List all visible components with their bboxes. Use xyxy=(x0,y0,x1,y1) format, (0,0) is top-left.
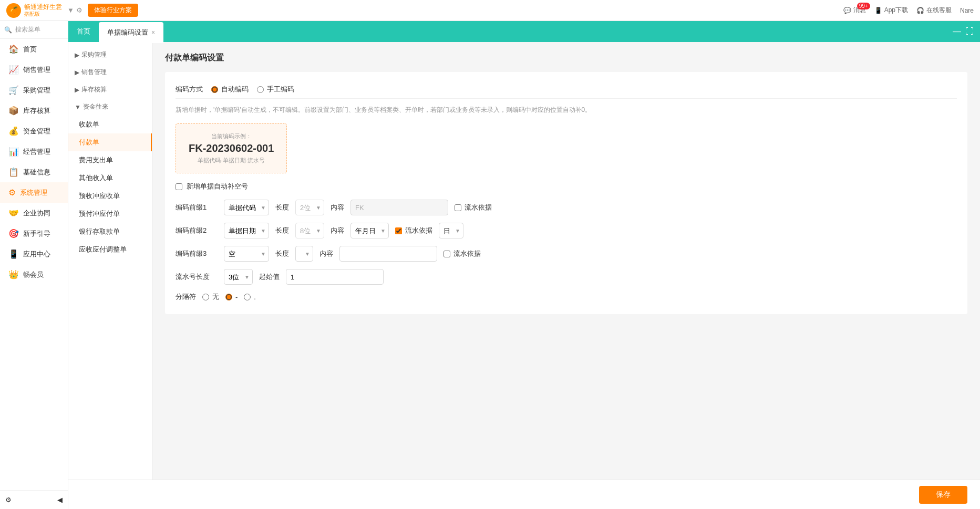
content-2-select-wrapper: 年月日 年月 年 ▼ xyxy=(350,223,389,238)
sidebar-item-app-center[interactable]: 📱 应用中心 xyxy=(0,244,68,264)
prefix-3-select-wrapper: 单据代码 单据日期 空 ▼ xyxy=(224,246,269,262)
sub-nav-header-inventory[interactable]: ▶ 库存核算 xyxy=(68,81,152,98)
settings-icon[interactable]: ⚙ xyxy=(76,6,82,14)
sidebar-item-finance[interactable]: 💰 资金管理 xyxy=(0,121,68,141)
sub-nav-item-payment[interactable]: 付款单 xyxy=(68,133,152,151)
tab-encoding-settings[interactable]: 单据编码设置 × xyxy=(99,22,163,43)
window-expand-icon[interactable]: ⛶ xyxy=(965,27,974,36)
serial-2-checkbox-label[interactable]: 流水依据 xyxy=(395,226,432,235)
info-text: 新增单据时，'单据编码'自动生成，不可编辑。前缀设置为部门、业务员等档案类、开单… xyxy=(176,105,957,115)
sub-nav-header-purchase[interactable]: ▶ 采购管理 xyxy=(68,46,152,64)
length-1-select[interactable]: 2位 xyxy=(295,200,324,215)
sep-dot-radio[interactable] xyxy=(244,294,251,300)
manual-encode-option[interactable]: 手工编码 xyxy=(257,85,294,94)
sidebar-item-newbie[interactable]: 🎯 新手引导 xyxy=(0,223,68,244)
length-2-select-wrapper: 8位 ▼ xyxy=(295,223,324,238)
collab-icon: 🤝 xyxy=(8,208,19,218)
sep-none-radio[interactable] xyxy=(202,294,209,300)
nav-dropdown-icon[interactable]: ▼ xyxy=(67,6,74,14)
prefix-row-1: 编码前缀1 单据代码 单据日期 空 ▼ 长度 2位 xyxy=(176,200,957,215)
separator-row: 分隔符 无 - . xyxy=(176,292,957,302)
sep-dot-option[interactable]: . xyxy=(244,293,256,301)
encoding-type-row: 编码方式 自动编码 手工编码 xyxy=(176,80,957,99)
serial-length-select-wrapper: 3位 4位 5位 ▼ xyxy=(224,269,253,285)
prefix-1-select-wrapper: 单据代码 单据日期 空 ▼ xyxy=(224,200,269,215)
content-2-select[interactable]: 年月日 年月 年 xyxy=(350,223,389,238)
separator-label: 分隔符 xyxy=(176,292,196,302)
newbie-icon: 🎯 xyxy=(8,228,19,238)
sidebar: 🔍 搜索菜单 🏠 首页 📈 销售管理 🛒 采购管理 📦 库存核算 💰 资金管理 … xyxy=(0,21,68,509)
window-minimize-icon[interactable]: — xyxy=(953,27,961,36)
footer-settings-icon[interactable]: ⚙ xyxy=(5,496,12,504)
online-service-button[interactable]: 🎧 在线客服 xyxy=(916,6,952,15)
serial-length-select[interactable]: 3位 4位 5位 xyxy=(224,269,253,285)
system-icon: ⚙ xyxy=(8,188,16,198)
length-3-select[interactable] xyxy=(295,246,313,262)
user-name[interactable]: Nare xyxy=(960,7,974,14)
auto-fill-row: 新增单据自动补空号 xyxy=(176,182,957,191)
prefix-1-select[interactable]: 单据代码 单据日期 空 xyxy=(224,200,269,215)
serial-period-select-wrapper: 日 月 年 ▼ xyxy=(439,223,463,238)
serial-2-checkbox[interactable] xyxy=(395,227,402,234)
start-value-input[interactable] xyxy=(286,269,384,285)
encoding-card: 编码方式 自动编码 手工编码 xyxy=(165,72,967,314)
sep-none-option[interactable]: 无 xyxy=(202,292,219,302)
sidebar-item-system[interactable]: ⚙ 系统管理 xyxy=(0,182,68,203)
sidebar-footer: ⚙ ◀ xyxy=(0,490,68,509)
app-download-button[interactable]: 📱 App下载 xyxy=(874,6,908,15)
tab-bar-right: — ⛶ xyxy=(953,27,980,36)
nav-arrows[interactable]: ▼ ⚙ xyxy=(67,6,82,14)
save-button[interactable]: 保存 xyxy=(919,486,967,504)
length-1-select-wrapper: 2位 ▼ xyxy=(295,200,324,215)
sales-group-arrow: ▶ xyxy=(75,69,79,76)
experience-button[interactable]: 体验行业方案 xyxy=(88,4,138,17)
top-bar-left: 🍊 畅通通好生意 搭配版 ▼ ⚙ 体验行业方案 xyxy=(6,3,138,18)
sub-nav-item-expense[interactable]: 费用支出单 xyxy=(68,151,152,169)
serial-1-checkbox[interactable] xyxy=(455,204,461,211)
sidebar-item-purchase[interactable]: 🛒 采购管理 xyxy=(0,80,68,100)
messages-button[interactable]: 💬 消息 99+ xyxy=(843,6,866,15)
sub-nav-header-finance[interactable]: ▼ 资金往来 xyxy=(68,98,152,116)
top-bar-right: 💬 消息 99+ 📱 App下载 🎧 在线客服 Nare xyxy=(843,6,974,15)
preview-label: 当前编码示例： xyxy=(189,132,274,140)
sep-dash-option[interactable]: - xyxy=(225,293,238,301)
manual-encode-radio[interactable] xyxy=(257,86,264,93)
prefix-3-select[interactable]: 单据代码 单据日期 空 xyxy=(224,246,269,262)
sidebar-item-collab[interactable]: 🤝 企业协同 xyxy=(0,203,68,223)
sub-nav: ▶ 采购管理 ▶ 销售管理 ▶ 库存核算 xyxy=(68,42,980,480)
sidebar-item-inventory[interactable]: 📦 库存核算 xyxy=(0,100,68,121)
content-1-input[interactable] xyxy=(350,200,448,215)
finance-icon: 💰 xyxy=(8,126,19,136)
serial-period-select[interactable]: 日 月 年 xyxy=(439,223,463,238)
sub-nav-item-advance-offset[interactable]: 预付冲应付单 xyxy=(68,205,152,223)
code-preview: 当前编码示例： FK-20230602-001 单据代码-单据日期-流水号 xyxy=(176,123,287,173)
serial-1-checkbox-label[interactable]: 流水依据 xyxy=(455,203,492,212)
auto-encode-radio[interactable] xyxy=(211,86,218,93)
sub-nav-item-receipt[interactable]: 收款单 xyxy=(68,116,152,133)
serial-3-checkbox[interactable] xyxy=(443,251,450,257)
auto-fill-checkbox[interactable] xyxy=(176,183,182,190)
search-menu[interactable]: 🔍 搜索菜单 xyxy=(0,21,68,39)
sub-nav-item-prepay-offset[interactable]: 预收冲应收单 xyxy=(68,187,152,205)
sub-nav-item-other-income[interactable]: 其他收入单 xyxy=(68,169,152,187)
serial-3-checkbox-label[interactable]: 流水依据 xyxy=(443,249,481,258)
finance-group-arrow: ▼ xyxy=(75,103,81,111)
auto-encode-option[interactable]: 自动编码 xyxy=(211,85,249,94)
length-1-label: 长度 xyxy=(275,203,289,212)
sub-nav-item-bank[interactable]: 银行存取款单 xyxy=(68,223,152,241)
prefix-2-select[interactable]: 单据代码 单据日期 空 xyxy=(224,223,269,238)
start-value-label: 起始值 xyxy=(259,272,280,282)
sidebar-item-basic-info[interactable]: 📋 基础信息 xyxy=(0,162,68,182)
sep-dash-radio[interactable] xyxy=(225,294,232,300)
content-3-input[interactable] xyxy=(339,246,437,262)
sidebar-item-sales[interactable]: 📈 销售管理 xyxy=(0,59,68,80)
tab-close-icon[interactable]: × xyxy=(151,29,155,36)
footer-collapse-icon[interactable]: ◀ xyxy=(57,496,63,504)
sub-nav-header-sales[interactable]: ▶ 销售管理 xyxy=(68,64,152,81)
sub-nav-item-adjustment[interactable]: 应收应付调整单 xyxy=(68,241,152,258)
sidebar-item-home[interactable]: 🏠 首页 xyxy=(0,39,68,59)
tab-home[interactable]: 首页 xyxy=(68,21,99,42)
sidebar-item-operations[interactable]: 📊 经营管理 xyxy=(0,141,68,162)
length-2-select[interactable]: 8位 xyxy=(295,223,324,238)
sidebar-item-member[interactable]: 👑 畅会员 xyxy=(0,264,68,285)
